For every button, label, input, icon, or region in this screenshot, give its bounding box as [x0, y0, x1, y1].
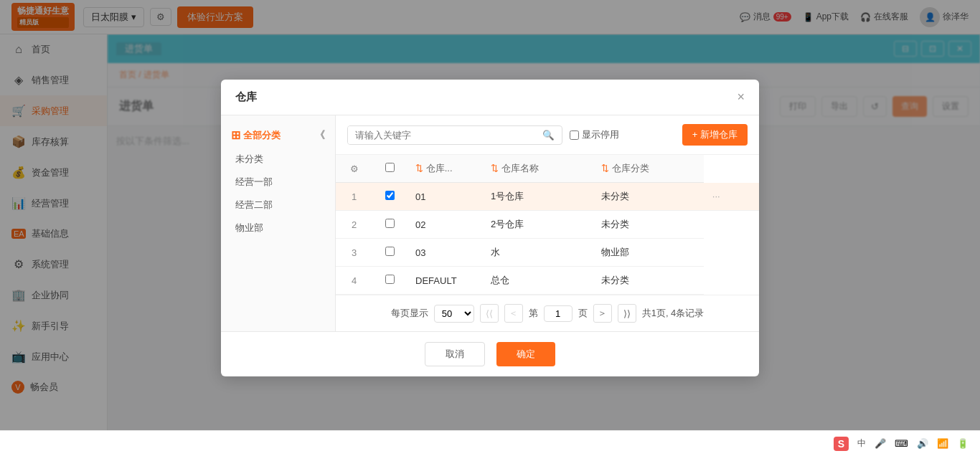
- grid-icon: ⊞: [231, 128, 240, 142]
- total-info: 共1页, 4条记录: [642, 307, 705, 320]
- page-input[interactable]: [544, 305, 573, 322]
- row-category: 未分类: [593, 267, 703, 295]
- taskbar-icon-keyboard[interactable]: ⌨: [895, 438, 908, 449]
- table-row[interactable]: 1 01 1号仓库 未分类 ···: [336, 183, 759, 211]
- search-input[interactable]: [348, 126, 535, 144]
- row-name: 2号仓库: [482, 211, 593, 239]
- taskbar-icon-zh[interactable]: 中: [857, 437, 866, 450]
- row-code: DEFAULT: [407, 267, 482, 295]
- dialog-body: ⊞ 全部分类 《 未分类 经营一部 经营二部 物业部: [221, 115, 759, 331]
- row-name: 1号仓库: [482, 183, 593, 211]
- row-code: 03: [407, 239, 482, 267]
- taskbar-icon-battery[interactable]: 🔋: [957, 438, 969, 449]
- col-header-category: ⇅ 仓库分类: [593, 155, 703, 183]
- row-checkbox[interactable]: [372, 183, 407, 211]
- row-name: 总仓: [482, 267, 593, 295]
- col-header-code: ⇅ 仓库...: [407, 155, 482, 183]
- table-row[interactable]: 3 03 水 物业部: [336, 239, 759, 267]
- table-row[interactable]: 4 DEFAULT 总仓 未分类: [336, 267, 759, 295]
- category-item-dept2[interactable]: 经营二部: [221, 194, 335, 217]
- dialog-category-sidebar: ⊞ 全部分类 《 未分类 经营一部 经营二部 物业部: [221, 115, 336, 331]
- row-checkbox[interactable]: [372, 239, 407, 267]
- category-item-property[interactable]: 物业部: [221, 217, 335, 239]
- sort-name-icon: ⇅: [491, 163, 499, 174]
- confirm-button[interactable]: 确定: [496, 342, 555, 366]
- first-page-btn[interactable]: ⟨⟨: [480, 304, 499, 323]
- dialog-table: ⚙ ⇅ 仓库... ⇅ 仓库名称 ⇅ 仓库分类: [336, 155, 759, 295]
- taskbar-icon-network[interactable]: 📶: [937, 438, 948, 449]
- show-disabled-checkbox[interactable]: [570, 130, 579, 140]
- close-icon[interactable]: ×: [737, 90, 745, 105]
- category-label: 经营二部: [235, 199, 273, 210]
- row-name: 水: [482, 239, 593, 267]
- page-label: 第: [529, 307, 538, 320]
- show-disabled-label[interactable]: 显示停用: [570, 128, 619, 141]
- table-header-row: ⚙ ⇅ 仓库... ⇅ 仓库名称 ⇅ 仓库分类: [336, 155, 759, 183]
- row-code: 01: [407, 183, 482, 211]
- row-code: 02: [407, 211, 482, 239]
- category-item-dept1[interactable]: 经营一部: [221, 171, 335, 194]
- dialog-sidebar-header: ⊞ 全部分类 《: [221, 124, 335, 148]
- dialog-main: 🔍 显示停用 + 新增仓库 ⚙: [336, 115, 759, 331]
- collapse-icon[interactable]: 《: [315, 129, 325, 142]
- all-category-label[interactable]: 全部分类: [243, 129, 281, 142]
- category-label: 未分类: [235, 153, 263, 164]
- taskbar-icon-mic[interactable]: 🎤: [875, 438, 886, 449]
- search-box: 🔍: [347, 125, 562, 145]
- col-header-settings: ⚙: [336, 155, 372, 183]
- search-button[interactable]: 🔍: [535, 126, 562, 144]
- next-page-btn[interactable]: ＞: [593, 304, 612, 323]
- row-checkbox[interactable]: [372, 211, 407, 239]
- row-num: 1: [336, 183, 372, 211]
- row-num: 2: [336, 211, 372, 239]
- category-item-unclassified[interactable]: 未分类: [221, 148, 335, 171]
- dialog-toolbar: 🔍 显示停用 + 新增仓库: [336, 115, 759, 155]
- warehouse-dialog: 仓库 × ⊞ 全部分类 《 未分类 经营一部: [221, 80, 759, 376]
- prev-page-btn[interactable]: ＜: [504, 304, 523, 323]
- row-category: 物业部: [593, 239, 703, 267]
- row-more-icon[interactable]: ···: [712, 191, 720, 201]
- dialog-footer: 取消 确定: [221, 331, 759, 376]
- dialog-title: 仓库: [235, 90, 257, 104]
- pagination: 每页显示 50 20 100 ⟨⟨ ＜ 第 页 ＞ ⟩⟩ 共1页, 4条记录: [336, 295, 759, 331]
- taskbar: S 中 🎤 ⌨ 🔊 📶 🔋: [0, 430, 980, 456]
- row-num: 3: [336, 239, 372, 267]
- taskbar-brand: S: [834, 437, 849, 451]
- sort-icon: ⇅: [415, 163, 423, 174]
- col-header-checkbox: [372, 155, 407, 183]
- category-label: 物业部: [235, 222, 263, 233]
- per-page-label: 每页显示: [391, 307, 428, 320]
- dialog-overlay: 仓库 × ⊞ 全部分类 《 未分类 经营一部: [0, 0, 980, 456]
- row-category: 未分类: [593, 211, 703, 239]
- taskbar-icon-volume[interactable]: 🔊: [917, 438, 928, 449]
- dialog-header: 仓库 ×: [221, 80, 759, 115]
- col-header-name: ⇅ 仓库名称: [482, 155, 593, 183]
- add-warehouse-btn[interactable]: + 新增仓库: [682, 124, 748, 146]
- last-page-btn[interactable]: ⟩⟩: [618, 304, 636, 323]
- cancel-button[interactable]: 取消: [425, 342, 485, 366]
- category-label: 经营一部: [235, 176, 273, 187]
- row-num: 4: [336, 267, 372, 295]
- row-category: 未分类: [593, 183, 703, 211]
- row-checkbox[interactable]: [372, 267, 407, 295]
- sort-cat-icon: ⇅: [601, 163, 609, 174]
- per-page-select[interactable]: 50 20 100: [434, 305, 474, 323]
- table-row[interactable]: 2 02 2号仓库 未分类: [336, 211, 759, 239]
- row-actions[interactable]: ···: [704, 183, 759, 211]
- page-suffix: 页: [578, 307, 588, 320]
- select-all-checkbox[interactable]: [385, 163, 395, 172]
